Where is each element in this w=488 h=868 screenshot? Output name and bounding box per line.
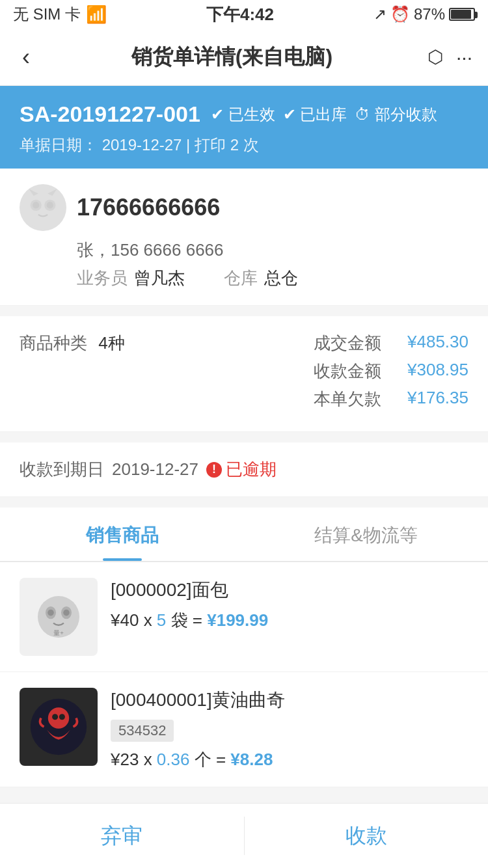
customer-detail: 张，156 6666 6666 (77, 239, 468, 262)
total-1: ¥199.99 (207, 610, 268, 630)
date-value: 2019-12-27 (102, 136, 182, 154)
svg-point-4 (47, 202, 53, 208)
stats-section: 商品种类 4种 成交金额 ¥485.30 收款金额 ¥308.95 本单欠款 ¥… (0, 316, 488, 432)
received-label: 收款金额 (314, 360, 381, 383)
tab-settlement-label: 结算&物流等 (314, 525, 418, 545)
svg-point-8 (47, 610, 54, 616)
svg-point-3 (33, 202, 39, 208)
product-thumbnail-2 (20, 688, 98, 766)
customer-info-row: 业务员 曾凡杰 仓库 总仓 (77, 267, 468, 290)
more-icon[interactable]: ··· (456, 46, 472, 68)
print-unit: 次 (243, 136, 259, 154)
owed-value: ¥176.35 (407, 388, 468, 411)
status-carrier: 无 SIM 卡 📶 (13, 4, 107, 25)
sep-2: = (216, 750, 230, 769)
overdue-icon: ! (206, 462, 222, 478)
customer-row: 17666666666 (20, 184, 468, 231)
customer-section: 17666666666 张，156 6666 6666 业务员 曾凡杰 仓库 总… (0, 169, 488, 306)
price-1: ¥40 (111, 610, 139, 630)
overdue-text: 已逾期 (226, 458, 277, 481)
product-name-2: [000400001]黄油曲奇 (111, 688, 468, 712)
amount-label: 成交金额 (314, 332, 381, 355)
customer-phone: 17666666666 (77, 194, 220, 221)
print-count-val: 2 (230, 136, 239, 154)
tab-sales-label: 销售商品 (86, 525, 159, 545)
svg-point-12 (48, 707, 69, 728)
order-id: SA-20191227-001 (20, 102, 200, 127)
cancel-button[interactable]: 弃审 (0, 804, 244, 852)
avatar-icon (20, 184, 66, 231)
sep-1: = (193, 610, 207, 630)
warehouse-label: 仓库 (224, 267, 258, 290)
svg-point-9 (63, 610, 70, 616)
product-thumbnail-1: 量+ (20, 578, 98, 656)
warehouse-name: 总仓 (264, 267, 298, 290)
received-line: 收款金额 ¥308.95 (314, 360, 468, 383)
nav-actions: ⬡ ··· (427, 46, 472, 68)
price-2: ¥23 (111, 750, 139, 769)
svg-text:量+: 量+ (53, 629, 64, 636)
product-price-1: ¥40 x 5 袋 = ¥199.99 (111, 609, 468, 632)
product-list: 量+ [0000002]面包 ¥40 x 5 袋 = ¥199.99 (0, 562, 488, 787)
badge-partial: ⏱ 部分收款 (355, 104, 437, 125)
total-2: ¥8.28 (230, 750, 273, 769)
bottom-bar: 弃审 收款 (0, 803, 488, 852)
product-price-2: ¥23 x 0.36 个 = ¥8.28 (111, 748, 468, 771)
qty-2: 0.36 (157, 750, 190, 769)
status-bar: 无 SIM 卡 📶 下午4:42 ↗ ⏰ 87% (0, 0, 488, 29)
alarm-icon: ⏰ (390, 5, 410, 23)
category-count: 4种 (98, 333, 124, 353)
due-label: 收款到期日 (20, 458, 104, 481)
print-label: 打印 (195, 136, 226, 154)
meta-separator: | (186, 136, 195, 154)
x-symbol-1: x (144, 610, 157, 630)
qty-1: 5 (157, 610, 166, 630)
product-sku-2: 534532 (111, 720, 174, 742)
stats-left: 商品种类 4种 (20, 332, 125, 355)
svg-point-14 (59, 714, 65, 720)
badge-active: ✔ 已生效 (211, 104, 275, 125)
carrier-text: 无 SIM 卡 (13, 4, 81, 25)
list-item: [000400001]黄油曲奇 534532 ¥23 x 0.36 个 = ¥8… (0, 672, 488, 787)
tab-settlement[interactable]: 结算&物流等 (244, 508, 488, 561)
nav-bar: ‹ 销货单详情(来自电脑) ⬡ ··· (0, 29, 488, 86)
sales-person: 曾凡杰 (134, 267, 185, 290)
product-info-2: [000400001]黄油曲奇 534532 ¥23 x 0.36 个 = ¥8… (111, 688, 468, 771)
due-date: 2019-12-27 (112, 459, 198, 480)
svg-point-13 (52, 714, 58, 720)
amount-value: ¥485.30 (407, 332, 468, 355)
avatar (20, 184, 66, 231)
svg-point-0 (22, 187, 64, 229)
sales-label: 业务员 (77, 267, 128, 290)
page-title: 销货单详情(来自电脑) (131, 43, 332, 72)
product-name-1: [0000002]面包 (111, 578, 468, 603)
confirm-button[interactable]: 收款 (245, 804, 489, 852)
status-badges: ✔ 已生效 ✔ 已出库 ⏱ 部分收款 (211, 104, 437, 125)
product-thumb-icon-2 (29, 698, 88, 756)
badge-shipped: ✔ 已出库 (283, 104, 347, 125)
x-symbol-2: x (144, 750, 157, 769)
due-section: 收款到期日 2019-12-27 ! 已逾期 (0, 442, 488, 497)
category-label: 商品种类 (20, 333, 87, 353)
unit-1: 袋 (171, 610, 188, 630)
unit-2: 个 (195, 750, 211, 769)
tab-sales[interactable]: 销售商品 (0, 508, 244, 561)
product-thumb-icon-1: 量+ (33, 591, 85, 643)
owed-line: 本单欠款 ¥176.35 (314, 388, 468, 411)
overdue-badge: ! 已逾期 (206, 458, 277, 481)
wifi-icon: 📶 (86, 5, 107, 25)
battery-icon (449, 8, 475, 21)
tabs-row: 销售商品 结算&物流等 (0, 508, 488, 561)
received-value: ¥308.95 (407, 360, 468, 383)
location-icon: ↗ (373, 5, 386, 23)
amount-line: 成交金额 ¥485.30 (314, 332, 468, 355)
product-info-1: [0000002]面包 ¥40 x 5 袋 = ¥199.99 (111, 578, 468, 632)
owed-label: 本单欠款 (314, 388, 381, 411)
list-item: 量+ [0000002]面包 ¥40 x 5 袋 = ¥199.99 (0, 562, 488, 672)
status-time: 下午4:42 (206, 3, 274, 26)
share-icon[interactable]: ⬡ (427, 46, 443, 68)
battery-text: 87% (414, 5, 445, 23)
back-button[interactable]: ‹ (16, 37, 36, 77)
status-indicators: ↗ ⏰ 87% (373, 5, 475, 23)
tabs-section: 销售商品 结算&物流等 (0, 508, 488, 562)
